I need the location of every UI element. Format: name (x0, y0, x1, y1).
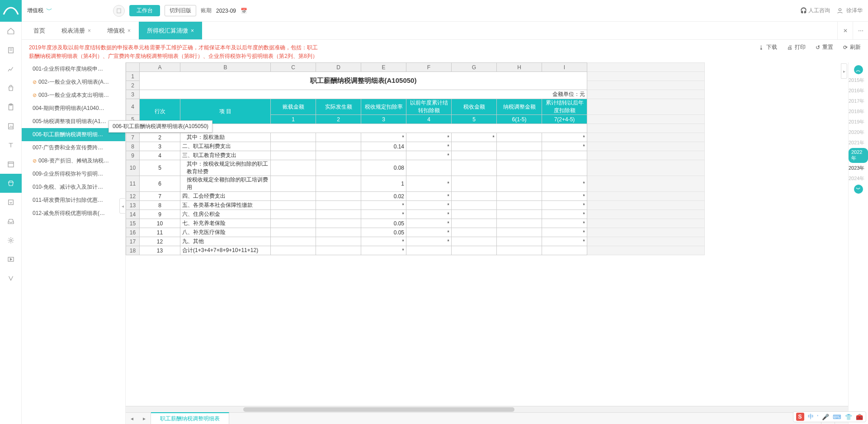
tree-item[interactable]: ⊘002-一般企业收入明细表(A… (22, 76, 125, 89)
table-row[interactable]: 1510七、补充养老保险0.05** (126, 219, 705, 228)
svg-rect-5 (8, 200, 13, 205)
tree-item[interactable]: 001-企业所得税年度纳税申… (22, 62, 125, 76)
col-header[interactable]: A (140, 63, 180, 72)
horizontal-scrollbar[interactable] (126, 406, 848, 412)
col-header[interactable]: B (180, 63, 271, 72)
tree-item[interactable]: ⊘003-一般企业成本支出明细… (22, 89, 125, 102)
reset-button[interactable]: ↺ 重置 (816, 43, 833, 51)
warning-icon: ⊘ (33, 158, 37, 164)
rail-video-icon[interactable] (0, 250, 22, 269)
sheet-tab-nav[interactable]: ◂▸ (126, 413, 151, 424)
tree-item[interactable]: 004-期间费用明细表(A1040… (22, 102, 125, 115)
tree-item[interactable]: 007-广告费和业务宣传费跨… (22, 141, 125, 154)
year-2020年[interactable]: 2020年 (849, 127, 868, 138)
print-button[interactable]: 🖨 打印 (787, 43, 806, 51)
col-header[interactable]: D (316, 63, 361, 72)
year-2023年[interactable]: 2023年 (849, 163, 868, 173)
svg-point-9 (839, 8, 841, 10)
table-row[interactable]: 1611八、补充医疗保险0.05** (126, 228, 705, 237)
year-2018年[interactable]: 2018年 (849, 106, 868, 117)
rail-v-icon[interactable] (0, 269, 22, 288)
year-2016年[interactable]: 2016年 (849, 86, 868, 96)
table-row[interactable]: 1712九、其他*** (126, 237, 705, 246)
tab-所得税汇算清缴[interactable]: 所得税汇算清缴× (139, 22, 202, 39)
rail-archive-icon[interactable] (0, 193, 22, 212)
refresh-button[interactable]: ⟳ 刷新 (843, 43, 861, 51)
download-button[interactable]: ⭳ 下载 (759, 43, 777, 51)
col-header[interactable]: E (361, 63, 406, 72)
year-2021年[interactable]: 2021年 (849, 138, 868, 148)
ime-keyboard-icon: ⌨ (833, 414, 841, 420)
sheet-tab-active[interactable]: 职工薪酬纳税调整明细表 (151, 412, 229, 424)
year-down-button[interactable]: ︾ (854, 185, 863, 194)
rail-gear-icon[interactable] (0, 231, 22, 250)
chevron-down-icon: ﹀ (46, 6, 52, 14)
warning-icon: ⊘ (33, 92, 37, 98)
expand-sheet-button[interactable]: ▸ (841, 63, 847, 79)
switch-old-version-button[interactable]: 切到旧版 (165, 5, 196, 16)
year-2022年[interactable]: 2022年 (849, 148, 868, 163)
tree-item[interactable]: 011-研发费用加计扣除优惠… (22, 194, 125, 207)
rail-inbox-icon[interactable] (0, 212, 22, 231)
tree-item[interactable]: 010-免税、减计收入及加计… (22, 181, 125, 194)
table-row[interactable]: 1813合计(1+3+4+7+8+9+10+11+12)* (126, 246, 705, 255)
tab-税表清册[interactable]: 税表清册× (53, 22, 99, 39)
rail-report-icon[interactable] (0, 117, 22, 136)
tax-type-selector[interactable]: 增值税 ﹀ (27, 6, 108, 15)
rail-text-icon[interactable] (0, 136, 22, 155)
calendar-icon[interactable]: 📅 (241, 8, 247, 14)
ime-toolbar[interactable]: S 中 ' 🎤 ⌨ 👕 🧰 (793, 411, 866, 422)
table-row[interactable]: 138五、各类基本社会保障性缴款*** (126, 201, 705, 210)
tree-item[interactable]: 012-减免所得税优惠明细表(… (22, 207, 125, 220)
tab-首页[interactable]: 首页 (25, 22, 53, 39)
warning-notice: 2019年度涉及取以前年度结转数据的申报表单元格需要手工维护正确，才能保证本年及… (29, 43, 318, 61)
sheet-corner (126, 63, 140, 72)
year-2015年[interactable]: 2015年 (849, 75, 868, 86)
org-tree-button[interactable] (113, 5, 125, 17)
rail-home-icon[interactable] (0, 22, 22, 41)
spreadsheet-area[interactable]: ABCDEFGHI1职工薪酬纳税调整明细表(A105050)23金额单位：元4行… (126, 62, 848, 406)
svg-point-6 (9, 239, 12, 242)
table-row[interactable]: 72其中：股权激励**** (126, 133, 705, 142)
col-header[interactable]: G (452, 63, 497, 72)
col-header[interactable]: I (542, 63, 587, 72)
collapse-tree-button[interactable]: ◂ (119, 198, 126, 214)
tabs-more-button[interactable]: ⋯ (853, 22, 868, 39)
left-nav-rail (0, 0, 22, 424)
col-header[interactable]: C (271, 63, 316, 72)
rail-invoice-icon[interactable] (0, 41, 22, 60)
consult-link[interactable]: 🎧 人工咨询 (800, 7, 830, 14)
table-row[interactable]: 127四、工会经费支出0.02** (126, 192, 705, 201)
rail-tax-icon[interactable] (0, 174, 22, 193)
rail-bag-icon[interactable] (0, 79, 22, 98)
workbench-button[interactable]: 工作台 (129, 5, 160, 16)
top-bar: 增值税 ﹀ 工作台 切到旧版 账期 2023-09 📅 🎧 人工咨询 徐泽华 (22, 0, 868, 22)
year-2024年[interactable]: 2024年 (849, 173, 868, 184)
rail-chart-icon[interactable] (0, 60, 22, 79)
col-header[interactable]: F (406, 63, 452, 72)
ime-skin-icon: 👕 (845, 414, 852, 420)
col-header[interactable]: H (497, 63, 542, 72)
rail-clipboard-icon[interactable] (0, 98, 22, 117)
close-icon[interactable]: × (127, 28, 131, 34)
table-row[interactable]: 116按税收规定全额扣除的职工培训费用1** (126, 176, 705, 192)
year-2019年[interactable]: 2019年 (849, 117, 868, 127)
tab-增值税[interactable]: 增值税× (99, 22, 139, 39)
close-all-tabs-button[interactable]: ✕ (837, 22, 853, 39)
rail-calendar-icon[interactable] (0, 155, 22, 174)
close-icon[interactable]: × (88, 28, 91, 34)
table-row[interactable]: 105其中：按税收规定比例扣除的职工教育经费0.08 (126, 160, 705, 176)
close-icon[interactable]: × (191, 28, 194, 34)
app-logo (0, 0, 22, 22)
table-row[interactable]: 149六、住房公积金*** (126, 210, 705, 219)
tree-item[interactable]: ⊘008-资产折旧、摊销及纳税… (22, 154, 125, 167)
user-menu[interactable]: 徐泽华 (836, 7, 863, 14)
year-rail: ︽ 2015年2016年2017年2018年2019年2020年2021年202… (848, 62, 868, 424)
page-tabs: 首页税表清册×增值税×所得税汇算清缴× ✕ ⋯ (22, 22, 868, 40)
tree-item[interactable]: 009-企业所得税弥补亏损明… (22, 167, 125, 181)
year-up-button[interactable]: ︽ (854, 65, 863, 74)
table-row[interactable]: 94三、职工教育经费支出* (126, 151, 705, 160)
year-2017年[interactable]: 2017年 (849, 96, 868, 106)
ime-mic-icon: 🎤 (822, 414, 829, 420)
table-row[interactable]: 83二、职工福利费支出0.14** (126, 142, 705, 151)
